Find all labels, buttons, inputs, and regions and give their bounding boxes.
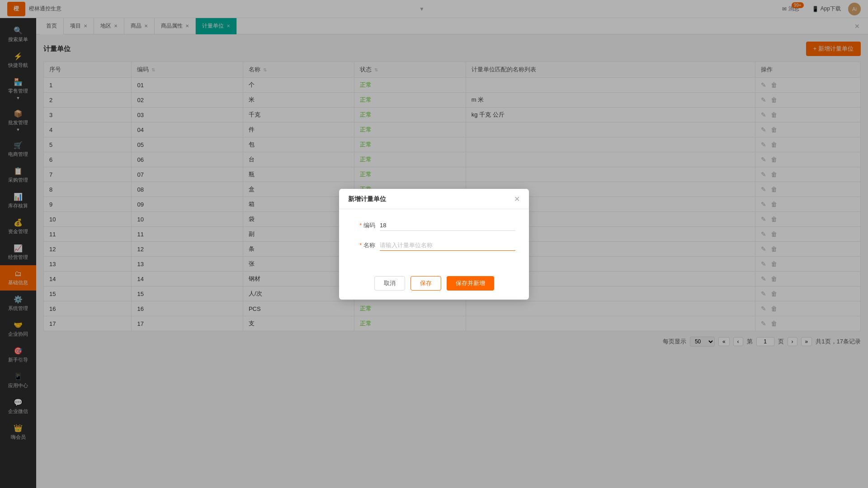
modal-body: 编码 名称 — [339, 209, 529, 271]
save-button[interactable]: 保存 — [410, 276, 441, 291]
add-uom-modal: 新增计量单位 ✕ 编码 名称 取消 保存 保存并新增 — [339, 189, 529, 300]
save-new-button[interactable]: 保存并新增 — [447, 276, 494, 291]
code-input[interactable] — [380, 220, 515, 231]
cancel-button[interactable]: 取消 — [374, 276, 405, 291]
modal-close-button[interactable]: ✕ — [514, 196, 520, 203]
modal-footer: 取消 保存 保存并新增 — [339, 271, 529, 300]
modal-overlay: 新增计量单位 ✕ 编码 名称 取消 保存 保存并新增 — [0, 0, 868, 488]
modal-header: 新增计量单位 ✕ — [339, 189, 529, 209]
form-row-code: 编码 — [353, 220, 515, 231]
name-label: 名称 — [353, 241, 375, 249]
name-input[interactable] — [380, 240, 515, 251]
code-label: 编码 — [353, 221, 375, 230]
form-row-name: 名称 — [353, 240, 515, 251]
modal-title: 新增计量单位 — [348, 195, 386, 203]
